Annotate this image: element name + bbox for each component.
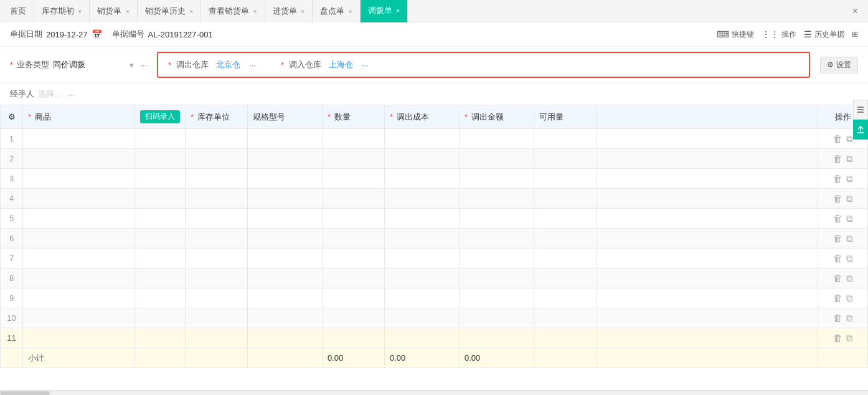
spec-cell[interactable]: [248, 288, 323, 308]
qty-cell[interactable]: [323, 129, 385, 149]
delete-icon[interactable]: 🗑: [833, 253, 842, 264]
qty-cell[interactable]: [323, 189, 385, 209]
side-export-icon[interactable]: [853, 120, 868, 140]
qty-cell[interactable]: [323, 249, 385, 269]
business-type-value[interactable]: 同价调拨: [53, 59, 126, 70]
unit-cell[interactable]: [186, 169, 248, 189]
window-close-button[interactable]: ×: [845, 0, 866, 22]
qty-cell[interactable]: [323, 269, 385, 288]
tab-sales-order[interactable]: 销货单 ×: [90, 0, 137, 22]
amount-cell[interactable]: [460, 308, 534, 328]
scrollbar-thumb[interactable]: [0, 391, 50, 395]
product-cell[interactable]: [23, 149, 135, 169]
delete-icon[interactable]: 🗑: [833, 173, 842, 184]
qty-cell[interactable]: [323, 288, 385, 308]
unit-cell[interactable]: [186, 328, 248, 348]
copy-icon[interactable]: ⧉: [846, 253, 853, 264]
spec-cell[interactable]: [248, 328, 323, 348]
close-icon[interactable]: ×: [396, 7, 400, 14]
delete-icon[interactable]: 🗑: [833, 313, 842, 323]
delete-icon[interactable]: 🗑: [833, 153, 842, 164]
product-cell[interactable]: [23, 269, 135, 288]
delete-icon[interactable]: 🗑: [833, 233, 842, 244]
tab-inventory-count[interactable]: 盘点单 ×: [313, 0, 360, 22]
amount-cell[interactable]: [460, 129, 534, 149]
unit-cell[interactable]: [186, 249, 248, 269]
spec-cell[interactable]: [248, 209, 323, 229]
operations-button[interactable]: ⋮⋮ 操作: [762, 29, 796, 40]
cost-cell[interactable]: [385, 129, 460, 149]
tab-sales-history[interactable]: 销货单历史 ×: [138, 0, 201, 22]
spec-cell[interactable]: [248, 129, 323, 149]
amount-cell[interactable]: [460, 169, 534, 189]
copy-icon[interactable]: ⧉: [846, 133, 853, 145]
spec-cell[interactable]: [248, 269, 323, 288]
copy-icon[interactable]: ⧉: [846, 233, 853, 244]
product-cell[interactable]: [23, 288, 135, 308]
amount-cell[interactable]: [460, 149, 534, 169]
close-icon[interactable]: ×: [301, 7, 304, 15]
close-icon[interactable]: ×: [78, 7, 82, 15]
date-value[interactable]: 2019-12-27: [46, 30, 88, 39]
product-cell[interactable]: [23, 189, 135, 209]
cost-cell[interactable]: [385, 229, 460, 249]
product-cell[interactable]: [23, 308, 135, 328]
close-icon[interactable]: ×: [348, 7, 352, 15]
close-icon[interactable]: ×: [189, 7, 193, 15]
dots-icon[interactable]: ···: [140, 60, 147, 70]
copy-icon[interactable]: ⧉: [846, 333, 853, 344]
amount-cell[interactable]: [460, 249, 534, 269]
unit-cell[interactable]: [186, 189, 248, 209]
unit-cell[interactable]: [186, 149, 248, 169]
view-toggle-button[interactable]: ⊞: [852, 30, 858, 39]
cost-cell[interactable]: [385, 149, 460, 169]
cost-cell[interactable]: [385, 288, 460, 308]
product-cell[interactable]: [23, 328, 135, 348]
product-cell[interactable]: [23, 249, 135, 269]
side-list-icon[interactable]: [853, 100, 868, 120]
calendar-icon[interactable]: 📅: [92, 29, 102, 39]
in-warehouse-value[interactable]: 上海仓: [329, 59, 353, 70]
cost-cell[interactable]: [385, 308, 460, 328]
qty-cell[interactable]: [323, 308, 385, 328]
product-cell[interactable]: [23, 129, 135, 149]
unit-cell[interactable]: [186, 288, 248, 308]
unit-cell[interactable]: [186, 308, 248, 328]
scan-button[interactable]: 扫码录入: [140, 110, 180, 123]
close-icon[interactable]: ×: [125, 7, 129, 15]
copy-icon[interactable]: ⧉: [846, 173, 853, 184]
delete-icon[interactable]: 🗑: [833, 333, 842, 343]
amount-cell[interactable]: [460, 209, 534, 229]
out-warehouse-value[interactable]: 北京仓: [216, 59, 240, 70]
delete-icon[interactable]: 🗑: [833, 213, 842, 224]
delete-icon[interactable]: 🗑: [833, 293, 842, 303]
history-button[interactable]: ☰ 历史单据: [804, 29, 844, 40]
cost-cell[interactable]: [385, 269, 460, 288]
spec-cell[interactable]: [248, 189, 323, 209]
tab-transfer[interactable]: 调拨单 ×: [361, 0, 408, 22]
copy-icon[interactable]: ⧉: [846, 293, 853, 304]
person-dots-icon[interactable]: ···: [68, 90, 75, 99]
amount-cell[interactable]: [460, 269, 534, 288]
spec-cell[interactable]: [248, 149, 323, 169]
qty-cell[interactable]: [323, 149, 385, 169]
copy-icon[interactable]: ⧉: [846, 153, 853, 164]
qty-cell[interactable]: [323, 328, 385, 348]
tab-inventory-init[interactable]: 库存期初 ×: [34, 0, 90, 22]
delete-icon[interactable]: 🗑: [833, 133, 842, 144]
qty-cell[interactable]: [323, 229, 385, 249]
qty-cell[interactable]: [323, 209, 385, 229]
copy-icon[interactable]: ⧉: [846, 193, 853, 204]
amount-cell[interactable]: [460, 288, 534, 308]
copy-icon[interactable]: ⧉: [846, 213, 853, 224]
shortcuts-button[interactable]: ⌨ 快捷键: [717, 29, 754, 40]
cost-cell[interactable]: [385, 209, 460, 229]
close-icon[interactable]: ×: [253, 7, 257, 15]
tab-purchase[interactable]: 进货单 ×: [265, 0, 313, 22]
out-warehouse-dots[interactable]: ···: [249, 60, 256, 70]
cost-cell[interactable]: [385, 169, 460, 189]
copy-icon[interactable]: ⧉: [846, 313, 853, 324]
delete-icon[interactable]: 🗑: [833, 193, 842, 204]
amount-cell[interactable]: [460, 229, 534, 249]
cost-cell[interactable]: [385, 328, 460, 348]
